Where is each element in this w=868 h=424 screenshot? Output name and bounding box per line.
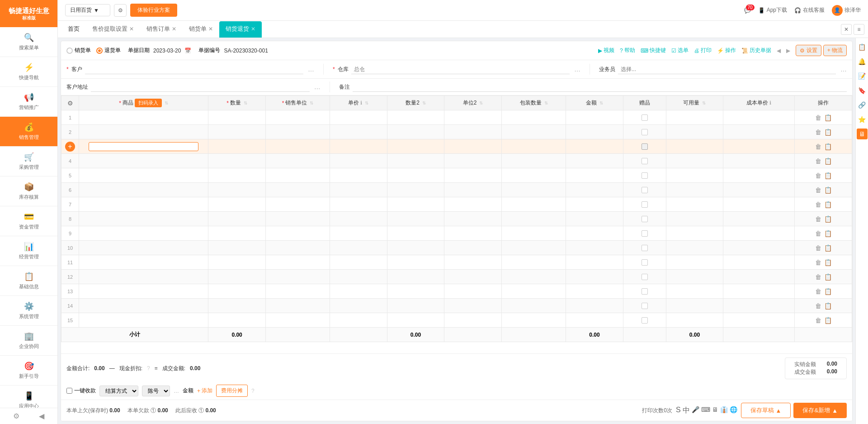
sidebar-item-basic[interactable]: 📋 基础信息 [0,266,57,296]
sidebar-item-appcenter[interactable]: 📱 应用中心 [0,386,57,408]
avail-cell-3[interactable] [666,139,723,154]
online-service-button[interactable]: 🎧 在线客服 [794,6,825,14]
calc-method-select[interactable]: 结算方式 [99,386,138,396]
copy-row-2[interactable]: 📋 [824,129,832,136]
copy-8[interactable]: 📋 [824,215,832,223]
gift-cb-12[interactable] [642,274,648,280]
message-button[interactable]: 💬 70 [744,7,751,14]
price-cell-2[interactable] [330,125,387,139]
table-settings-icon[interactable]: ⚙ [67,100,73,107]
video-action[interactable]: ▶ 视频 [598,47,614,54]
avail-cell-2[interactable] [666,125,723,139]
copy-13[interactable]: 📋 [824,288,832,295]
copy-9[interactable]: 📋 [824,230,832,237]
del-15[interactable]: 🗑 [815,317,821,324]
cost-cell-3[interactable] [723,139,795,154]
product-cell-2[interactable] [79,125,208,139]
print-action[interactable]: 🖨 打印 [694,47,712,54]
tab-close-sale-goods[interactable]: ✕ [208,26,213,32]
sidebar-item-purchase[interactable]: 🛒 采购管理 [0,147,57,176]
pkg-cell-2[interactable] [501,125,566,139]
qty-cell-2[interactable] [208,125,266,139]
save-new-button[interactable]: 保存&新增 ▲ [793,403,847,418]
sidebar-item-finance[interactable]: 💳 资金管理 [0,206,57,236]
copy-6[interactable]: 📋 [824,186,832,194]
del-6[interactable]: 🗑 [815,186,821,194]
salesperson-more-icon[interactable]: … [840,66,847,73]
tab-sale-goods[interactable]: 销货单 ✕ [183,21,219,38]
help-action[interactable]: ? 帮助 [620,47,635,54]
unit-cell-1[interactable] [265,110,330,125]
copy-4[interactable]: 📋 [824,157,832,165]
sidebar-item-newguide[interactable]: 🎯 新手引导 [0,356,57,386]
unit2-cell-1[interactable] [444,110,502,125]
sidebar-item-inventory[interactable]: 📦 库存核算 [0,176,57,206]
calendar-icon[interactable]: 📅 [184,48,191,54]
tab-home[interactable]: 首页 [61,21,86,38]
right-tool-link[interactable]: 🔗 [857,100,868,110]
sort-qty2-icon[interactable]: ⇅ [422,100,426,105]
unit-cell-2[interactable] [265,125,330,139]
payment-checkbox[interactable] [66,388,72,394]
tab-close-sale-return[interactable]: ✕ [251,26,255,32]
customer-input[interactable] [85,65,303,74]
delete-row-2[interactable]: 🗑 [815,129,821,136]
customer-more-icon[interactable]: … [308,66,314,73]
sidebar-item-sales[interactable]: 💰 销售管理 [0,117,57,147]
gift-checkbox-3[interactable] [642,143,648,150]
topbar-gear-button[interactable]: ⚙ [114,4,127,17]
notes-input[interactable] [353,82,847,92]
avail-cell-1[interactable] [666,110,723,125]
amount-cell-2[interactable] [566,125,623,139]
tab-close-sale-settings[interactable]: ✕ [129,26,134,32]
gift-cb-8[interactable] [642,216,648,222]
radio-sale-goods[interactable]: 销货单 [66,47,91,54]
del-4[interactable]: 🗑 [815,157,821,165]
shortcut-action[interactable]: ⌨ 快捷键 [641,47,666,54]
del-5[interactable]: 🗑 [815,172,821,179]
copy-14[interactable]: 📋 [824,302,832,310]
unit2-cell-2[interactable] [444,125,502,139]
gift-cb-14[interactable] [642,303,648,309]
tabs-close-button[interactable]: ✕ [841,24,852,35]
sort-product-icon[interactable]: ⇅ [165,100,168,105]
unit2-cell-3[interactable] [444,139,502,154]
tab-sale-return[interactable]: 销货退货 ✕ [219,21,262,38]
split-help-icon[interactable]: ? [251,388,255,394]
copy-12[interactable]: 📋 [824,273,832,281]
tab-sale-order[interactable]: 销售订单 ✕ [140,21,183,38]
right-tool-active-btn[interactable]: 🖥 [857,129,868,139]
sidebar-item-system[interactable]: ⚙️ 系统管理 [0,296,57,326]
sidebar-item-marketing[interactable]: 📢 营销推广 [0,87,57,117]
product-cell-3[interactable] [79,139,208,154]
right-tool-bell[interactable]: 🔔 [857,56,868,67]
radio-return-goods[interactable]: 退货单 [96,47,121,54]
form-settings-button[interactable]: ⚙ 设置 [796,45,821,56]
pkg-cell-1[interactable] [501,110,566,125]
select-action[interactable]: ☑ 选单 [671,47,689,54]
save-draft-button[interactable]: 保存草稿 ▲ [741,403,791,418]
warehouse-input[interactable] [351,65,570,74]
sort-pkg-icon[interactable]: ⇅ [544,100,548,105]
operate-action[interactable]: ⚡ 操作 [717,47,736,54]
amount-cell-3[interactable] [566,139,623,154]
gift-checkbox-2[interactable] [642,129,648,135]
add-row-button[interactable]: + [65,142,75,152]
product-input-3[interactable] [89,142,198,151]
address-more-icon[interactable]: … [314,83,321,91]
sort-price-icon[interactable]: ⇅ [365,100,368,105]
unit-cell-3[interactable] [265,139,330,154]
scan-button[interactable]: 扫码录入 [135,99,162,107]
price-cell-3[interactable] [330,139,387,154]
account-dots[interactable]: … [174,388,179,394]
right-tool-star[interactable]: ⭐ [857,114,868,125]
user-profile-button[interactable]: 👤 徐泽华 [832,5,861,16]
price-cell-1[interactable] [330,110,387,125]
gift-cb-9[interactable] [642,230,648,237]
gift-cb-11[interactable] [642,259,648,266]
sidebar-item-search[interactable]: 🔍 搜索菜单 [0,27,57,57]
del-9[interactable]: 🗑 [815,230,821,237]
add-expense-button[interactable]: + 添加 [197,387,212,395]
warehouse-more-icon[interactable]: … [574,66,580,73]
nav-next-icon[interactable]: ▶ [786,48,790,54]
